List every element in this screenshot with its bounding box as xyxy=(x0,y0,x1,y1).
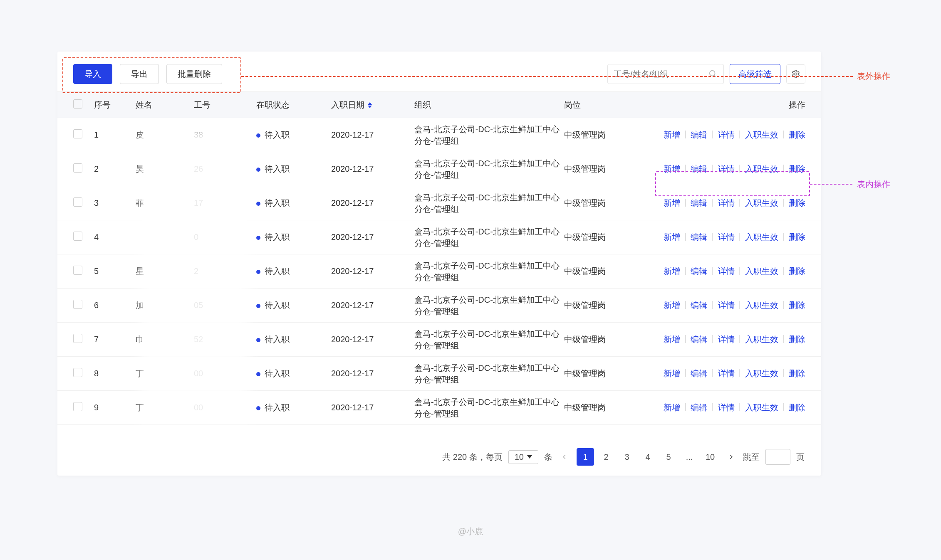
row-action-edit[interactable]: 编辑 xyxy=(691,402,707,413)
row-action-delete[interactable]: 删除 xyxy=(789,368,805,379)
cell-ops: 新增| 编辑| 详情| 入职生效| 删除 xyxy=(643,266,805,277)
next-page-button[interactable] xyxy=(725,452,737,462)
export-button[interactable]: 导出 xyxy=(120,64,159,84)
prev-page-button[interactable] xyxy=(558,452,571,462)
row-action-effect[interactable]: 入职生效 xyxy=(745,334,778,345)
status-dot-icon xyxy=(256,133,260,138)
pagination: 共 220 条，每页 10 条 12345...10 跳至 页 xyxy=(442,448,805,466)
row-action-add[interactable]: 新增 xyxy=(664,129,680,141)
cell-seq: 6 xyxy=(94,301,136,310)
import-button[interactable]: 导入 xyxy=(73,64,112,84)
row-action-delete[interactable]: 删除 xyxy=(789,300,805,311)
status-dot-icon xyxy=(256,236,260,240)
row-checkbox[interactable] xyxy=(73,266,82,275)
row-action-edit[interactable]: 编辑 xyxy=(691,232,707,243)
status-dot-icon xyxy=(256,168,260,172)
page-button[interactable]: 2 xyxy=(597,448,615,466)
row-action-detail[interactable]: 详情 xyxy=(718,266,735,277)
row-action-edit[interactable]: 编辑 xyxy=(691,163,707,175)
row-action-edit[interactable]: 编辑 xyxy=(691,197,707,209)
cell-seq: 5 xyxy=(94,266,136,276)
chevron-left-icon xyxy=(562,454,567,460)
search-input-wrapper[interactable] xyxy=(607,64,724,84)
row-action-delete[interactable]: 删除 xyxy=(789,266,805,277)
search-input[interactable] xyxy=(614,69,706,79)
cell-seq: 8 xyxy=(94,369,136,378)
advanced-filter-button[interactable]: 高级筛选 xyxy=(730,64,780,84)
row-action-delete[interactable]: 删除 xyxy=(789,402,805,413)
row-action-detail[interactable]: 详情 xyxy=(718,402,735,413)
table-row: 6 加 05 待入职 2020-12-17 盒马-北京子公司-DC-北京生鲜加工… xyxy=(57,289,821,323)
row-action-edit[interactable]: 编辑 xyxy=(691,300,707,311)
row-checkbox[interactable] xyxy=(73,334,82,343)
footer-credit: @小鹿 xyxy=(0,526,941,537)
row-action-add[interactable]: 新增 xyxy=(664,232,680,243)
jump-page-input[interactable] xyxy=(765,449,790,465)
page-button[interactable]: 1 xyxy=(577,448,594,466)
row-action-edit[interactable]: 编辑 xyxy=(691,334,707,345)
row-action-effect[interactable]: 入职生效 xyxy=(745,163,778,175)
row-action-detail[interactable]: 详情 xyxy=(718,368,735,379)
row-action-effect[interactable]: 入职生效 xyxy=(745,368,778,379)
cell-date: 2020-12-17 xyxy=(331,335,414,344)
cell-post: 中级管理岗 xyxy=(564,163,643,175)
row-action-delete[interactable]: 删除 xyxy=(789,129,805,141)
row-checkbox[interactable] xyxy=(73,232,82,241)
page-button[interactable]: 10 xyxy=(701,448,719,466)
cell-org: 盒马-北京子公司-DC-北京生鲜加工中心分仓-管理组 xyxy=(414,396,564,419)
row-action-delete[interactable]: 删除 xyxy=(789,232,805,243)
chevron-down-icon xyxy=(527,455,532,459)
status-dot-icon xyxy=(256,338,260,342)
row-action-edit[interactable]: 编辑 xyxy=(691,368,707,379)
svg-point-0 xyxy=(710,71,715,76)
row-action-add[interactable]: 新增 xyxy=(664,266,680,277)
row-action-effect[interactable]: 入职生效 xyxy=(745,266,778,277)
row-action-add[interactable]: 新增 xyxy=(664,163,680,175)
row-checkbox[interactable] xyxy=(73,368,82,377)
row-checkbox[interactable] xyxy=(73,163,82,173)
row-action-edit[interactable]: 编辑 xyxy=(691,129,707,141)
cell-empid: 05 xyxy=(194,301,256,310)
row-action-effect[interactable]: 入职生效 xyxy=(745,300,778,311)
row-action-detail[interactable]: 详情 xyxy=(718,232,735,243)
row-action-delete[interactable]: 删除 xyxy=(789,163,805,175)
cell-status: 待入职 xyxy=(256,300,331,311)
cell-date: 2020-12-17 xyxy=(331,232,414,242)
row-action-effect[interactable]: 入职生效 xyxy=(745,232,778,243)
column-settings-button[interactable] xyxy=(786,64,805,84)
row-action-add[interactable]: 新增 xyxy=(664,402,680,413)
cell-date: 2020-12-17 xyxy=(331,369,414,378)
row-action-add[interactable]: 新增 xyxy=(664,334,680,345)
row-action-add[interactable]: 新增 xyxy=(664,197,680,209)
row-action-effect[interactable]: 入职生效 xyxy=(745,197,778,209)
row-action-detail[interactable]: 详情 xyxy=(718,163,735,175)
row-action-edit[interactable]: 编辑 xyxy=(691,266,707,277)
row-action-effect[interactable]: 入职生效 xyxy=(745,402,778,413)
row-action-detail[interactable]: 详情 xyxy=(718,300,735,311)
row-action-detail[interactable]: 详情 xyxy=(718,129,735,141)
row-action-delete[interactable]: 删除 xyxy=(789,334,805,345)
row-checkbox[interactable] xyxy=(73,197,82,207)
row-action-delete[interactable]: 删除 xyxy=(789,197,805,209)
row-action-detail[interactable]: 详情 xyxy=(718,197,735,209)
row-action-add[interactable]: 新增 xyxy=(664,300,680,311)
page-button[interactable]: 3 xyxy=(618,448,636,466)
page-button[interactable]: 5 xyxy=(660,448,677,466)
bulk-delete-button[interactable]: 批量删除 xyxy=(166,64,222,84)
cell-name: 加 xyxy=(136,300,194,311)
page-button[interactable]: 4 xyxy=(639,448,656,466)
select-all-checkbox[interactable] xyxy=(73,99,82,109)
col-hire-date[interactable]: 入职日期 xyxy=(331,99,414,111)
row-checkbox[interactable] xyxy=(73,300,82,309)
status-dot-icon xyxy=(256,202,260,206)
cell-post: 中级管理岗 xyxy=(564,129,643,141)
status-dot-icon xyxy=(256,304,260,308)
row-action-effect[interactable]: 入职生效 xyxy=(745,129,778,141)
page-size-select[interactable]: 10 xyxy=(508,450,538,464)
row-action-detail[interactable]: 详情 xyxy=(718,334,735,345)
sort-icon[interactable] xyxy=(368,102,372,108)
row-checkbox[interactable] xyxy=(73,129,82,138)
row-checkbox[interactable] xyxy=(73,402,82,411)
cell-empid: 26 xyxy=(194,164,256,174)
row-action-add[interactable]: 新增 xyxy=(664,368,680,379)
